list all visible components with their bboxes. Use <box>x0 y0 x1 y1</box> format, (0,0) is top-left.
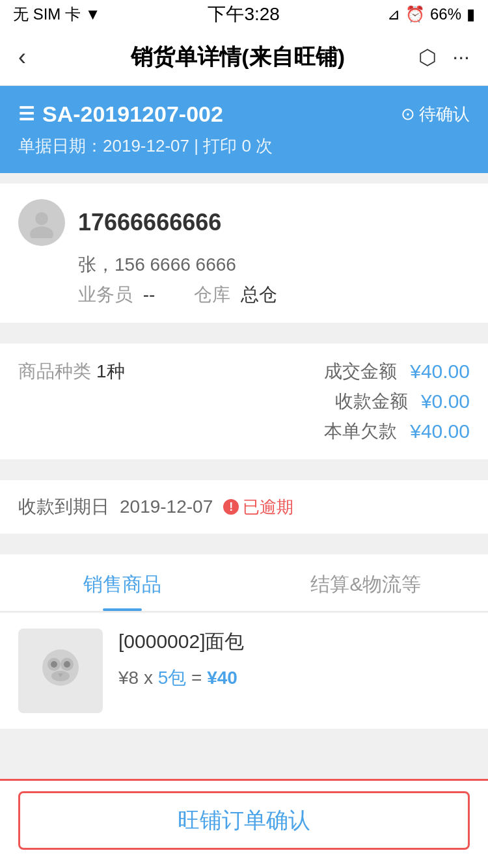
order-header-top: ☰ SA-20191207-002 ⊙ 待确认 <box>18 102 470 127</box>
divider-2 <box>0 333 488 344</box>
product-thumbnail <box>18 629 103 713</box>
deal-amount-value: ¥40.00 <box>410 360 470 383</box>
price-qty: 5包 <box>158 668 187 688</box>
status-bar: 无 SIM 卡 ▼ 下午3:28 ⊿ ⏰ 66% ▮ <box>0 0 488 29</box>
price-text: ¥8 x <box>118 668 158 688</box>
warehouse-label: 仓库 <box>194 284 230 305</box>
product-type: 商品种类 1种 <box>18 359 125 384</box>
order-status: ⊙ 待确认 <box>401 103 470 126</box>
price-total: ¥40 <box>207 668 237 688</box>
svg-point-1 <box>30 226 53 238</box>
owed-amount-row: 本单欠款 ¥40.00 <box>324 419 470 444</box>
tabs-section: 销售商品 结算&物流等 <box>0 554 488 612</box>
warehouse-value: 总仓 <box>241 284 277 305</box>
price-equals: = <box>186 668 207 688</box>
sim-label: 无 SIM 卡 ▼ <box>13 4 100 25</box>
overdue-badge: ! 已逾期 <box>223 496 293 519</box>
product-info: [0000002]面包 ¥8 x 5包 = ¥40 <box>118 629 470 690</box>
overdue-dot-icon: ! <box>223 499 239 515</box>
deal-amount-row: 成交金额 ¥40.00 <box>324 359 470 384</box>
svg-point-6 <box>64 661 70 668</box>
owed-amount-value: ¥40.00 <box>410 420 470 442</box>
divider-3 <box>0 470 488 480</box>
customer-row: 17666666666 <box>18 199 470 246</box>
tab-settlement[interactable]: 结算&物流等 <box>244 554 488 611</box>
divider-1 <box>0 173 488 183</box>
owed-amount-label: 本单欠款 <box>324 419 397 444</box>
share-icon[interactable]: ⬡ <box>418 45 437 70</box>
sales-label: 业务员 <box>78 284 133 305</box>
more-icon[interactable]: ··· <box>452 45 470 69</box>
tab-settlement-label: 结算&物流等 <box>310 573 421 595</box>
alarm-icon: ⏰ <box>405 5 425 23</box>
sales-meta: 业务员 -- <box>78 282 155 307</box>
status-bar-right: ⊿ ⏰ 66% ▮ <box>387 5 475 23</box>
amounts-summary: 成交金额 ¥40.00 收款金额 ¥0.00 本单欠款 ¥40.00 <box>324 359 470 444</box>
order-status-text: 待确认 <box>419 103 470 126</box>
due-date-section: 收款到期日 2019-12-07 ! 已逾期 <box>0 480 488 534</box>
overdue-text: 已逾期 <box>243 496 293 519</box>
product-section: [0000002]面包 ¥8 x 5包 = ¥40 <box>0 613 488 729</box>
svg-point-0 <box>35 212 48 225</box>
product-type-label: 商品种类 <box>18 359 91 384</box>
product-type-value: 1种 <box>96 359 125 384</box>
page-title: 销货单详情(来自旺铺) <box>131 42 345 72</box>
order-id-text: SA-20191207-002 <box>42 102 223 127</box>
product-name: [0000002]面包 <box>118 629 470 655</box>
sales-value: -- <box>143 284 156 305</box>
divider-4 <box>0 544 488 554</box>
battery-label: 66% <box>430 5 461 23</box>
received-amount-value: ¥0.00 <box>421 390 470 413</box>
back-button[interactable]: ‹ <box>18 44 57 71</box>
avatar <box>18 199 65 246</box>
order-id: ☰ SA-20191207-002 <box>18 102 223 127</box>
status-bar-left: 无 SIM 卡 ▼ <box>13 4 100 25</box>
tab-sales-goods-label: 销售商品 <box>83 573 161 595</box>
product-price: ¥8 x 5包 = ¥40 <box>118 666 470 690</box>
nav-bar: ‹ 销货单详情(来自旺铺) ⬡ ··· <box>0 29 488 86</box>
warehouse-meta: 仓库 总仓 <box>194 282 277 307</box>
confirm-btn-container: 旺铺订单确认 <box>0 779 488 868</box>
battery-icon: ▮ <box>467 5 475 23</box>
nav-actions: ⬡ ··· <box>418 45 470 70</box>
status-clock-icon: ⊙ <box>401 104 415 124</box>
location-icon: ⊿ <box>387 5 400 23</box>
tab-sales-goods[interactable]: 销售商品 <box>0 554 244 611</box>
svg-point-5 <box>51 661 57 668</box>
customer-phone: 17666666666 <box>78 209 221 236</box>
confirm-order-button[interactable]: 旺铺订单确认 <box>18 791 470 850</box>
received-amount-row: 收款金额 ¥0.00 <box>335 389 470 414</box>
order-date: 单据日期：2019-12-07 | 打印 0 次 <box>18 135 470 157</box>
customer-sub-info: 张，156 6666 6666 <box>18 252 470 277</box>
deal-amount-label: 成交金额 <box>324 359 397 384</box>
status-bar-time: 下午3:28 <box>208 2 280 27</box>
customer-meta: 业务员 -- 仓库 总仓 <box>18 282 470 307</box>
order-icon: ☰ <box>18 103 34 125</box>
due-date-value: 2019-12-07 <box>120 496 213 517</box>
customer-section: 17666666666 张，156 6666 6666 业务员 -- 仓库 总仓 <box>0 183 488 323</box>
due-date-label: 收款到期日 <box>18 495 109 519</box>
tabs-row: 销售商品 结算&物流等 <box>0 554 488 612</box>
summary-section: 商品种类 1种 成交金额 ¥40.00 收款金额 ¥0.00 本单欠款 ¥40.… <box>0 344 488 459</box>
order-header-card: ☰ SA-20191207-002 ⊙ 待确认 单据日期：2019-12-07 … <box>0 86 488 173</box>
received-amount-label: 收款金额 <box>335 389 408 414</box>
